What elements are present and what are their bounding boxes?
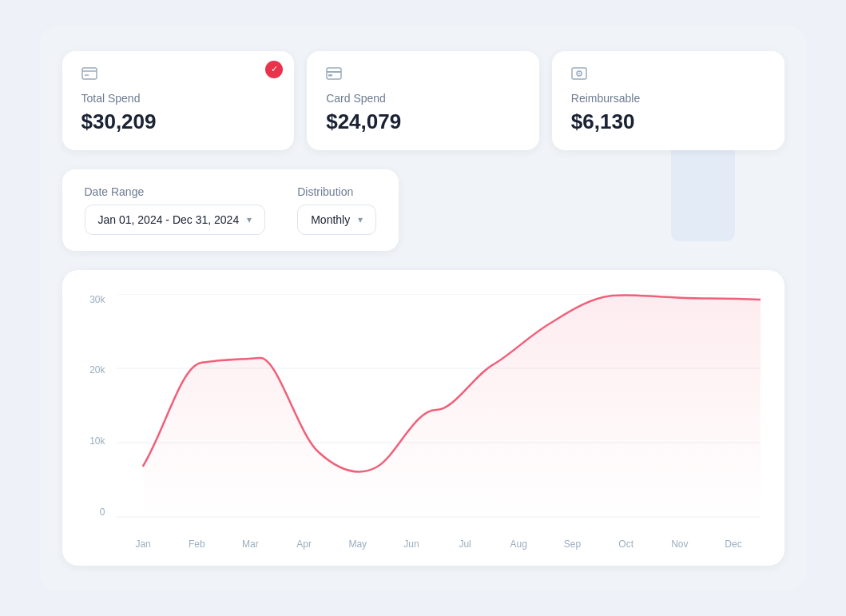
dashboard: // dots rendered inline Total Spend $30,… [40,26,807,591]
spend-area [143,295,761,517]
total-spend-label: Total Spend [81,92,276,105]
x-label-sep: Sep [546,539,599,550]
distribution-label: Distribution [297,185,376,198]
cards-row: Total Spend $30,209 ✓ Card Spend $24,079 [62,51,784,150]
chart-container: 0 10k 20k 30k [62,270,784,566]
distribution-group: Distribution Monthly ▾ [297,185,376,235]
date-range-select[interactable]: Jan 01, 2024 - Dec 31, 2024 ▾ [85,205,266,235]
y-label-20k: 20k [78,364,110,376]
svg-point-8 [578,73,580,74]
x-label-jun: Jun [384,539,438,550]
total-spend-value: $30,209 [81,109,276,134]
y-axis-labels: 0 10k 20k 30k [78,294,110,518]
x-axis-labels: Jan Feb Mar Apr May Jun Jul Aug Sep Oct … [117,539,761,550]
x-label-aug: Aug [492,539,546,550]
card-spend-card: Card Spend $24,079 [307,51,539,150]
x-label-jul: Jul [439,539,492,550]
y-label-30k: 30k [78,294,110,305]
date-range-group: Date Range Jan 01, 2024 - Dec 31, 2024 ▾ [85,185,266,235]
line-chart [117,294,761,518]
reimbursable-value: $6,130 [571,109,765,134]
x-label-oct: Oct [599,539,653,550]
card-spend-icon [326,67,520,84]
x-label-nov: Nov [653,539,706,550]
svg-rect-0 [82,68,97,79]
reimbursable-icon [571,67,765,84]
date-range-chevron-icon: ▾ [247,214,252,225]
distribution-chevron-icon: ▾ [358,214,363,225]
svg-rect-5 [328,74,332,77]
check-badge: ✓ [265,61,283,78]
x-label-apr: Apr [277,539,331,550]
check-icon: ✓ [271,64,278,74]
x-label-jan: Jan [117,539,170,550]
x-label-mar: Mar [224,539,277,550]
x-label-dec: Dec [706,539,760,550]
reimbursable-label: Reimbursable [571,92,765,105]
card-spend-value: $24,079 [326,109,520,134]
distribution-value: Monthly [311,213,350,226]
reimbursable-card: Reimbursable $6,130 [552,51,784,150]
chart-inner: 0 10k 20k 30k [78,294,761,550]
total-spend-card: Total Spend $30,209 ✓ [62,51,295,150]
x-label-feb: Feb [170,539,224,550]
date-range-label: Date Range [85,185,266,198]
total-spend-icon [81,67,276,84]
x-label-may: May [331,539,384,550]
card-spend-label: Card Spend [326,92,520,105]
y-label-10k: 10k [78,435,110,447]
distribution-select[interactable]: Monthly ▾ [297,205,376,235]
y-label-0: 0 [78,507,110,518]
svg-rect-3 [327,68,341,79]
controls-row: Date Range Jan 01, 2024 - Dec 31, 2024 ▾… [62,169,399,251]
date-range-value: Jan 01, 2024 - Dec 31, 2024 [98,213,240,226]
